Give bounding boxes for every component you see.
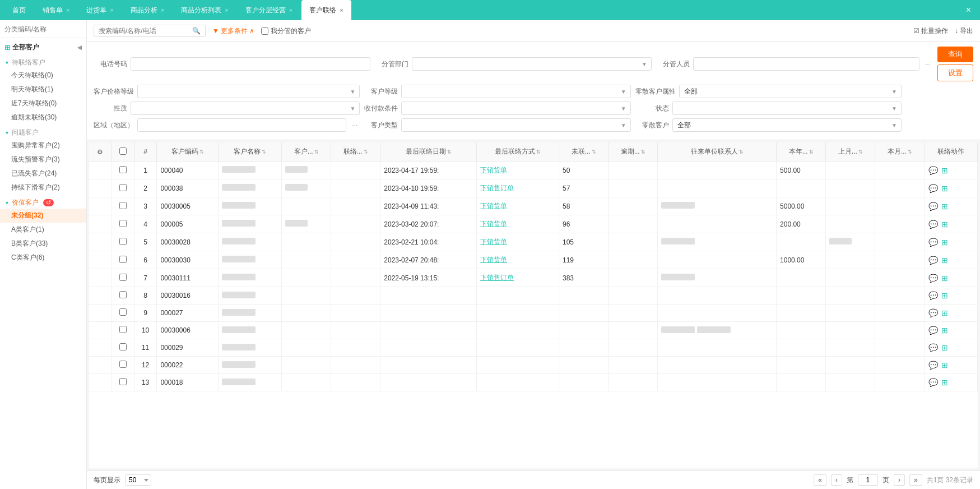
filter-retail-customer-select[interactable]: 全部 — [672, 118, 902, 132]
sidebar-item-class-b[interactable]: B类客户(33) — [0, 237, 86, 251]
last-page-button[interactable]: » — [909, 474, 922, 486]
filter-customer-type-select[interactable] — [401, 118, 630, 132]
row-actions[interactable]: 💬⊞ — [925, 374, 978, 391]
chat-action-icon[interactable]: 💬 — [928, 343, 938, 352]
filter-status-select[interactable] — [672, 102, 902, 115]
page-number-input[interactable] — [858, 474, 878, 486]
contact-method-link[interactable]: 下销货单 — [480, 166, 507, 174]
filter-payment-select-wrapper[interactable]: ▼ — [401, 102, 630, 115]
filter-area-input[interactable] — [137, 118, 346, 132]
row-last-contact-method[interactable]: 下销售订单 — [477, 269, 559, 287]
window-close-button[interactable]: × — [962, 5, 976, 15]
chat-action-icon[interactable]: 💬 — [928, 291, 938, 300]
row-last-contact-method[interactable]: 下销货单 — [477, 215, 559, 233]
first-page-button[interactable]: « — [814, 474, 826, 486]
row-checkbox[interactable] — [119, 308, 127, 316]
close-sales-tab[interactable]: × — [66, 7, 69, 13]
filter-retail-customer-select-wrapper[interactable]: 全部 ▼ — [672, 118, 902, 132]
row-checkbox-cell[interactable] — [112, 339, 134, 357]
row-checkbox[interactable] — [119, 274, 127, 281]
row-checkbox[interactable] — [119, 220, 127, 227]
refresh-badge[interactable]: ↺ — [43, 199, 54, 206]
filter-price-level-select[interactable] — [137, 85, 360, 98]
contact-column-header[interactable]: 联络...⇅ — [331, 142, 380, 162]
sidebar-item-overdue-pending[interactable]: 逾期未联络(30) — [0, 110, 86, 124]
tab-home[interactable]: 首页 — [4, 0, 34, 20]
not-contact-days-column-header[interactable]: 未联...⇅ — [559, 142, 608, 162]
page-size-select[interactable]: 50 20 100 — [125, 474, 151, 486]
search-box[interactable]: 🔍 — [94, 25, 206, 37]
qr-action-icon[interactable]: ⊞ — [941, 308, 948, 317]
this-month-amount-column-header[interactable]: 本月...⇅ — [875, 142, 925, 162]
row-actions[interactable]: 💬⊞ — [925, 251, 978, 269]
filter-nature-select-wrapper[interactable]: ▼ — [131, 102, 360, 115]
filter-retail-attr-select[interactable]: 全部 — [679, 85, 902, 98]
qr-action-icon[interactable]: ⊞ — [941, 361, 948, 370]
row-actions[interactable]: 💬⊞ — [925, 179, 978, 197]
row-checkbox[interactable] — [119, 361, 127, 368]
group-value-customer[interactable]: ▼ 价值客户 ↺ — [0, 195, 86, 209]
contact-person-column-header[interactable]: 往来单位联系人⇅ — [658, 142, 777, 162]
row-checkbox[interactable] — [119, 238, 127, 245]
filter-nature-select[interactable] — [131, 102, 360, 115]
qr-action-icon[interactable]: ⊞ — [941, 326, 948, 335]
my-customers-checkbox[interactable]: 我分管的客户 — [261, 26, 311, 36]
contact-method-link[interactable]: 下销售订单 — [480, 274, 514, 282]
overdue-days-column-header[interactable]: 逾期...⇅ — [609, 142, 658, 162]
contact-method-link[interactable]: 下销货单 — [480, 238, 507, 246]
chat-action-icon[interactable]: 💬 — [928, 361, 938, 370]
qr-action-icon[interactable]: ⊞ — [941, 166, 948, 175]
row-checkbox-cell[interactable] — [112, 269, 134, 287]
row-checkbox[interactable] — [119, 291, 127, 298]
name-column-header[interactable]: 客户名称⇅ — [219, 142, 282, 162]
row-checkbox[interactable] — [119, 343, 127, 350]
last-contact-method-column-header[interactable]: 最后联络方式⇅ — [477, 142, 559, 162]
select-all-checkbox[interactable] — [119, 147, 127, 155]
close-product-analysis-list-tab[interactable]: × — [225, 7, 228, 13]
chat-action-icon[interactable]: 💬 — [928, 220, 938, 229]
qr-action-icon[interactable]: ⊞ — [941, 256, 948, 265]
close-customer-segment-tab[interactable]: × — [289, 7, 292, 13]
row-actions[interactable]: 💬⊞ — [925, 233, 978, 251]
sidebar-item-tomorrow-pending[interactable]: 明天待联络(1) — [0, 82, 86, 96]
row-checkbox-cell[interactable] — [112, 287, 134, 305]
filter-customer-level-select-wrapper[interactable]: ▼ — [401, 85, 630, 98]
tab-customer-segment[interactable]: 客户分层经营 × — [238, 0, 300, 20]
sidebar-item-7days-pending[interactable]: 近7天待联络(0) — [0, 96, 86, 110]
contact-method-link[interactable]: 下销货单 — [480, 256, 507, 264]
batch-op-button[interactable]: ☑ 批量操作 — [913, 26, 948, 36]
row-checkbox[interactable] — [119, 166, 127, 173]
reset-button[interactable]: 设置 — [937, 64, 973, 81]
gear-column-header[interactable]: ⚙ — [89, 142, 112, 162]
contact-method-link[interactable]: 下销货单 — [480, 220, 507, 228]
chat-action-icon[interactable]: 💬 — [928, 326, 938, 335]
search-input[interactable] — [99, 27, 190, 35]
filter-phone-input[interactable] — [131, 57, 370, 71]
qr-action-icon[interactable]: ⊞ — [941, 378, 948, 387]
row-checkbox-cell[interactable] — [112, 233, 134, 251]
area-more-icon[interactable]: ··· — [350, 121, 360, 129]
chat-action-icon[interactable]: 💬 — [928, 238, 938, 247]
row-actions[interactable]: 💬⊞ — [925, 162, 978, 179]
filter-price-level-select-wrapper[interactable]: ▼ — [137, 85, 360, 98]
manager-more-icon[interactable]: ··· — [923, 60, 933, 68]
row-actions[interactable]: 💬⊞ — [925, 197, 978, 215]
qr-action-icon[interactable]: ⊞ — [941, 202, 948, 211]
tab-purchase[interactable]: 进货单 × — [78, 0, 121, 20]
next-page-button[interactable]: › — [894, 474, 905, 486]
sidebar-item-today-pending[interactable]: 今天待联络(0) — [0, 68, 86, 82]
row-checkbox[interactable] — [119, 256, 127, 263]
tab-sales[interactable]: 销售单 × — [35, 0, 77, 20]
filter-payment-select[interactable] — [401, 102, 630, 115]
row-checkbox-cell[interactable] — [112, 374, 134, 391]
contact-method-link[interactable]: 下销售订单 — [480, 184, 514, 192]
filter-manager-input[interactable] — [693, 57, 919, 71]
row-checkbox[interactable] — [119, 184, 127, 191]
row-actions[interactable]: 💬⊞ — [925, 305, 978, 322]
chat-action-icon[interactable]: 💬 — [928, 202, 938, 211]
row-checkbox[interactable] — [119, 326, 127, 333]
sidebar-item-abnormal-purchase[interactable]: 囤购异常客户(2) — [0, 139, 86, 153]
row-last-contact-method[interactable]: 下销售订单 — [477, 179, 559, 197]
my-customers-check[interactable] — [261, 27, 268, 35]
row-checkbox-cell[interactable] — [112, 197, 134, 215]
